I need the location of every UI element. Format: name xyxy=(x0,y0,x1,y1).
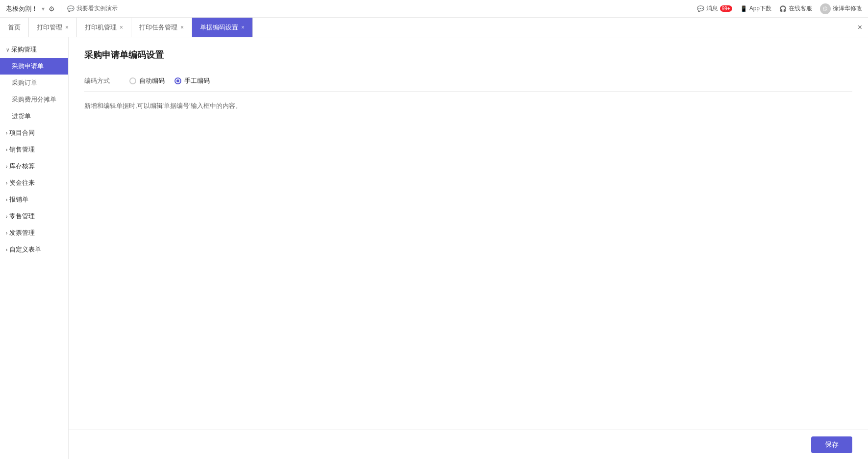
group-finance-arrow-icon: › xyxy=(6,180,7,186)
radio-auto-code[interactable]: 自动编码 xyxy=(129,76,165,85)
radio-manual-circle xyxy=(174,77,181,84)
app-icon: 📱 xyxy=(740,5,747,12)
sidebar-group-invoice[interactable]: › 发票管理 xyxy=(0,225,68,241)
tab-home-label: 首页 xyxy=(8,23,21,32)
demo-link[interactable]: 💬 我要看实例演示 xyxy=(67,4,118,13)
group-expense-arrow-icon: › xyxy=(6,197,7,203)
sidebar-item-purchase-fee-label: 采购费用分摊单 xyxy=(12,96,56,103)
tab-print-task-label: 打印任务管理 xyxy=(139,23,177,32)
sidebar-group-retail[interactable]: › 零售管理 xyxy=(0,208,68,225)
content-area: 采购申请单编码设置 编码方式 自动编码 手工编码 新增和编辑单据时,可以编辑'单… xyxy=(69,37,868,459)
divider xyxy=(61,5,61,13)
sidebar-group-invoice-label: 发票管理 xyxy=(9,229,35,237)
sidebar: ∨ 采购管理 采购申请单 采购订单 采购费用分摊单 进货单 › 项目合同 › 销… xyxy=(0,37,69,459)
group-arrow-icon: ∨ xyxy=(6,47,9,52)
tab-printer-management-close-icon[interactable]: × xyxy=(120,24,123,31)
group-inventory-arrow-icon: › xyxy=(6,164,7,169)
sidebar-group-expense[interactable]: › 报销单 xyxy=(0,191,68,208)
user-menu[interactable]: 徐 徐泽华修改 xyxy=(820,3,862,14)
sidebar-group-purchase[interactable]: ∨ 采购管理 xyxy=(0,41,68,58)
tab-printer-management[interactable]: 打印机管理 × xyxy=(77,18,131,37)
sidebar-item-purchase-order[interactable]: 采购订单 xyxy=(0,75,68,91)
topbar: 老板勿割！ ▾ ⚙ 💬 我要看实例演示 💬 消息 99+ 📱 App下数 🎧 在… xyxy=(0,0,868,18)
sidebar-group-finance[interactable]: › 资金往来 xyxy=(0,175,68,191)
radio-auto-circle xyxy=(129,77,136,84)
headphone-icon: 🎧 xyxy=(779,5,787,12)
sidebar-item-purchase-request[interactable]: 采购申请单 xyxy=(0,58,68,75)
sidebar-group-inventory[interactable]: › 库存核算 xyxy=(0,158,68,175)
dropdown-arrow-icon[interactable]: ▾ xyxy=(42,5,45,12)
content-inner: 采购申请单编码设置 编码方式 自动编码 手工编码 新增和编辑单据时,可以编辑'单… xyxy=(69,37,868,430)
tab-code-setting-label: 单据编码设置 xyxy=(200,23,238,32)
username-label: 徐泽华修改 xyxy=(833,4,862,13)
sidebar-group-sales-label: 销售管理 xyxy=(9,145,35,154)
sidebar-group-custom[interactable]: › 自定义表单 xyxy=(0,241,68,258)
group-sales-arrow-icon: › xyxy=(6,147,7,153)
tabbar: 首页 打印管理 × 打印机管理 × 打印任务管理 × 单据编码设置 × × xyxy=(0,18,868,37)
tab-print-management-close-icon[interactable]: × xyxy=(65,24,69,31)
group-custom-arrow-icon: › xyxy=(6,247,7,253)
message-button[interactable]: 💬 消息 99+ xyxy=(697,4,732,13)
tab-home[interactable]: 首页 xyxy=(0,18,29,37)
close-all-button[interactable]: × xyxy=(852,18,868,37)
sidebar-item-purchase-fee[interactable]: 采购费用分摊单 xyxy=(0,91,68,108)
tab-code-setting-close-icon[interactable]: × xyxy=(241,24,245,31)
message-icon: 💬 xyxy=(697,5,704,12)
avatar: 徐 xyxy=(820,3,831,14)
sidebar-item-purchase-request-label: 采购申请单 xyxy=(12,62,44,70)
topbar-left: 老板勿割！ ▾ ⚙ 💬 我要看实例演示 xyxy=(6,4,118,13)
description-text: 新增和编辑单据时,可以编辑'单据编号'输入框中的内容。 xyxy=(84,102,852,110)
online-service-label: 在线客服 xyxy=(789,4,812,13)
close-all-icon: × xyxy=(858,23,862,32)
demo-chat-icon: 💬 xyxy=(67,5,74,12)
radio-manual-code[interactable]: 手工编码 xyxy=(174,76,210,85)
sidebar-group-finance-label: 资金往来 xyxy=(9,178,35,187)
sidebar-item-inbound[interactable]: 进货单 xyxy=(0,108,68,125)
radio-group: 自动编码 手工编码 xyxy=(129,76,210,85)
group-retail-arrow-icon: › xyxy=(6,214,7,219)
tab-print-task[interactable]: 打印任务管理 × xyxy=(131,18,192,37)
group-project-arrow-icon: › xyxy=(6,130,7,136)
demo-label: 我要看实例演示 xyxy=(76,4,118,13)
encoding-label: 编码方式 xyxy=(84,76,114,85)
main-layout: ∨ 采购管理 采购申请单 采购订单 采购费用分摊单 进货单 › 项目合同 › 销… xyxy=(0,37,868,459)
save-button[interactable]: 保存 xyxy=(811,436,852,453)
message-label: 消息 xyxy=(706,4,718,13)
message-badge: 99+ xyxy=(720,5,732,12)
settings-gear-icon[interactable]: ⚙ xyxy=(49,5,55,13)
tab-code-setting[interactable]: 单据编码设置 × xyxy=(192,18,253,37)
tab-printer-management-label: 打印机管理 xyxy=(85,23,117,32)
app-download-label: App下数 xyxy=(749,4,771,13)
tab-print-management-label: 打印管理 xyxy=(37,23,62,32)
sidebar-item-inbound-label: 进货单 xyxy=(12,112,31,120)
app-logo: 老板勿割！ xyxy=(6,4,38,13)
sidebar-group-project-label: 项目合同 xyxy=(9,128,35,137)
sidebar-group-inventory-label: 库存核算 xyxy=(9,162,35,171)
radio-auto-label: 自动编码 xyxy=(139,76,165,85)
sidebar-group-retail-label: 零售管理 xyxy=(9,212,35,221)
page-title: 采购申请单编码设置 xyxy=(84,49,852,61)
sidebar-group-project[interactable]: › 项目合同 xyxy=(0,125,68,141)
group-invoice-arrow-icon: › xyxy=(6,230,7,236)
content-footer: 保存 xyxy=(69,430,868,459)
tab-print-task-close-icon[interactable]: × xyxy=(180,24,184,31)
sidebar-group-custom-label: 自定义表单 xyxy=(9,245,41,254)
sidebar-group-expense-label: 报销单 xyxy=(9,195,28,204)
encoding-row: 编码方式 自动编码 手工编码 xyxy=(84,71,852,92)
topbar-right: 💬 消息 99+ 📱 App下数 🎧 在线客服 徐 徐泽华修改 xyxy=(697,3,862,14)
sidebar-group-purchase-label: 采购管理 xyxy=(11,45,37,54)
radio-manual-label: 手工编码 xyxy=(184,76,210,85)
app-download-button[interactable]: 📱 App下数 xyxy=(740,4,771,13)
tab-print-management[interactable]: 打印管理 × xyxy=(29,18,77,37)
sidebar-group-sales[interactable]: › 销售管理 xyxy=(0,141,68,158)
online-service-button[interactable]: 🎧 在线客服 xyxy=(779,4,812,13)
sidebar-item-purchase-order-label: 采购订单 xyxy=(12,79,37,86)
